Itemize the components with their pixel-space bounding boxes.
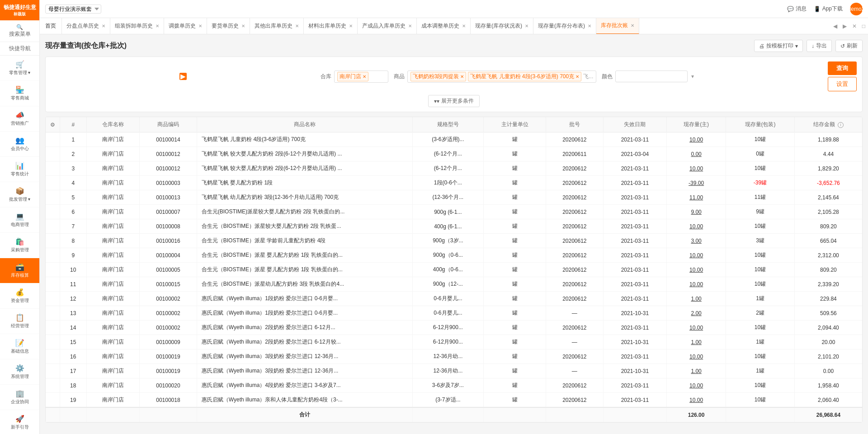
export-btn[interactable]: ↓ 导出: [807, 40, 832, 52]
footer-cell-empty-6: [484, 407, 546, 422]
th-settings[interactable]: ⚙: [46, 117, 60, 132]
product-tag-more[interactable]: 飞...: [583, 73, 593, 80]
sidebar-item-enterprise[interactable]: 🏢企业协同: [0, 385, 39, 410]
sidebar-search[interactable]: 🔍 搜索菜单: [0, 20, 39, 42]
tab-chengben[interactable]: 成本调整单历史✕: [417, 18, 471, 34]
sidebar-item-retail-stats[interactable]: 📊零售统计: [0, 157, 39, 182]
sidebar-label-inventory: 库存核算: [2, 272, 38, 278]
tab-fenpan[interactable]: 分盘点单历史✕: [62, 18, 110, 34]
tab-home[interactable]: 首页: [40, 18, 62, 34]
stock-main-link[interactable]: 1.00: [691, 339, 701, 345]
stock-main-link[interactable]: 10.00: [689, 382, 703, 389]
color-dropdown-icon[interactable]: ▾: [691, 73, 694, 80]
tab-tiaoba[interactable]: 调拨单历史✕: [164, 18, 207, 34]
stock-main-link[interactable]: 11.00: [689, 194, 703, 201]
sidebar-item-retail-mgmt[interactable]: 🛒零售管理 ▾: [0, 56, 39, 81]
stock-main-link[interactable]: 10.00: [689, 267, 703, 273]
user-avatar[interactable]: demo2: [850, 3, 863, 15]
expand-more-btn[interactable]: ▾▾ 展开更多条件: [428, 95, 480, 107]
product-tag-2-close[interactable]: ✕: [576, 74, 579, 79]
tab-pici[interactable]: 库存批次账✕: [596, 18, 639, 34]
tab-close-chengpin[interactable]: ✕: [408, 24, 412, 28]
product-tag-2[interactable]: 飞鹤星飞帆 儿童奶粉 4段(3-6岁适用) 700克 ✕: [468, 72, 581, 81]
stock-main-link[interactable]: 0.00: [691, 151, 701, 157]
tab-close-cailiao[interactable]: ✕: [349, 24, 353, 28]
warehouse-tag-close[interactable]: ✕: [363, 74, 366, 79]
warehouse-tag-1[interactable]: 南岸门店 ✕: [337, 72, 368, 81]
refresh-btn[interactable]: ↺ 刷新: [835, 40, 863, 52]
tab-close-btn[interactable]: ✕: [849, 18, 859, 34]
template-print-btn[interactable]: 🖨 按模板打印 ▾: [754, 40, 803, 52]
tab-xianzai1[interactable]: 现存量(库存状况表)✕: [471, 18, 533, 34]
tab-close-fenpan[interactable]: ✕: [102, 24, 105, 28]
tab-qita[interactable]: 其他出库单历史✕: [250, 18, 304, 34]
color-tags[interactable]: [615, 71, 688, 82]
sidebar-item-guide[interactable]: 🚀新手引导: [0, 410, 39, 434]
balance-info-icon[interactable]: i: [838, 122, 844, 128]
warehouse-tags[interactable]: 南岸门店 ✕: [334, 71, 388, 83]
settings-button[interactable]: 设置: [828, 77, 857, 91]
sidebar-item-batch-mgmt[interactable]: 📦批发管理 ▾: [0, 182, 39, 208]
tab-cailiao[interactable]: 材料出库单历史✕: [304, 18, 358, 34]
product-tag-1-close[interactable]: ✕: [460, 74, 464, 79]
cell-settings: [46, 393, 60, 408]
stock-main-link[interactable]: 10.00: [689, 397, 703, 403]
tab-close-tiaoba[interactable]: ✕: [198, 24, 202, 28]
stock-main-link[interactable]: 1.00: [691, 368, 701, 374]
tab-label-yaohuo: 要货单历史: [212, 22, 239, 30]
cell-seq: 4: [60, 176, 87, 190]
sidebar-item-basic-info[interactable]: 📝基础信息: [0, 334, 39, 359]
stock-main-link[interactable]: 10.00: [689, 354, 703, 360]
cell-stock-pkg: 3罐: [726, 234, 795, 248]
query-button[interactable]: 查询: [828, 61, 857, 75]
stock-main-link[interactable]: 9.00: [691, 209, 701, 215]
tab-close-qita[interactable]: ✕: [295, 24, 299, 28]
stock-main-link[interactable]: 10.00: [689, 252, 703, 259]
sidebar-item-marketing[interactable]: 📣营销推广: [0, 106, 39, 132]
stock-main-link[interactable]: 10.00: [689, 281, 703, 288]
filter-expand-toggle[interactable]: ▶: [179, 73, 187, 80]
sidebar-item-ecommerce[interactable]: 💻电商管理: [0, 208, 39, 233]
cell-warehouse: 南岸门店: [86, 292, 140, 306]
sidebar-quick-nav[interactable]: 快捷导航: [0, 42, 39, 56]
page-header: 现存量查询(按仓库+批次) 🖨 按模板打印 ▾ ↓ 导出 ↺ 刷新: [45, 40, 863, 52]
tab-chengpin[interactable]: 产成品入库单历史✕: [358, 18, 417, 34]
tab-yaohuo[interactable]: 要货单历史✕: [207, 18, 250, 34]
tab-close-pici[interactable]: ✕: [631, 23, 634, 28]
cell-name: 惠氏启赋（Wyeth illuma）2段奶粉 爱尔兰进口 6-12月...: [197, 321, 412, 335]
stock-main-link[interactable]: 10.00: [689, 137, 703, 143]
message-btn[interactable]: 💬 消息: [787, 5, 807, 13]
account-selector[interactable]: 母婴行业演示账套: [45, 5, 101, 14]
sidebar-item-sys-mgmt[interactable]: ⚙️系统管理: [0, 359, 39, 385]
tab-xianzai2[interactable]: 现存量(库存分布表)✕: [533, 18, 596, 34]
tab-close-yaohuo[interactable]: ✕: [241, 24, 245, 28]
tab-close-xianzai2[interactable]: ✕: [588, 24, 591, 28]
stock-main-link[interactable]: -39.00: [689, 180, 704, 186]
stock-main-link[interactable]: 10.00: [689, 325, 703, 331]
sidebar-item-ops-mgmt[interactable]: 📋经营管理: [0, 309, 39, 334]
sidebar-item-retail-shop[interactable]: 🏪零售商城: [0, 81, 39, 106]
tab-close-zuchai[interactable]: ✕: [156, 24, 159, 28]
tab-next-btn[interactable]: ▶: [840, 18, 849, 34]
sidebar-item-inventory[interactable]: 🗃️库存核算: [0, 258, 39, 283]
sidebar-icon-retail-mgmt: 🛒: [2, 60, 38, 69]
sidebar-item-member-center[interactable]: 👥会员中心: [0, 132, 39, 157]
tab-zuchai[interactable]: 组装拆卸单历史✕: [110, 18, 164, 34]
sidebar-item-purchase-mgmt[interactable]: 🛍️采购管理: [0, 233, 39, 258]
tab-close-xianzai1[interactable]: ✕: [525, 24, 528, 28]
inventory-table: ⚙ # 仓库名称 商品编码 商品名称 规格型号 主计量单位 批号 失效日期 现存…: [46, 117, 862, 422]
cell-stock-main: 11.00: [667, 190, 726, 205]
tab-close-chengben[interactable]: ✕: [462, 24, 466, 28]
cell-batch: 20200612: [546, 248, 603, 263]
stock-main-link[interactable]: 10.00: [689, 223, 703, 230]
product-tag-1[interactable]: 飞鹤奶粉3段丙提装 ✕: [410, 72, 467, 81]
stock-main-link[interactable]: 10.00: [689, 165, 703, 172]
product-tags[interactable]: 飞鹤奶粉3段丙提装 ✕ 飞鹤星飞帆 儿童奶粉 4段(3-6岁适用) 700克 ✕…: [407, 71, 597, 83]
sidebar-item-finance[interactable]: 💰资金管理: [0, 283, 39, 309]
tab-more-btn[interactable]: □: [859, 18, 868, 34]
stock-main-link[interactable]: 1.00: [691, 296, 701, 302]
tab-prev-btn[interactable]: ◀: [830, 18, 840, 34]
app-download-btn[interactable]: 📱 App下载: [814, 5, 843, 13]
stock-main-link[interactable]: 3.00: [691, 238, 701, 244]
stock-main-link[interactable]: 2.00: [691, 310, 701, 316]
